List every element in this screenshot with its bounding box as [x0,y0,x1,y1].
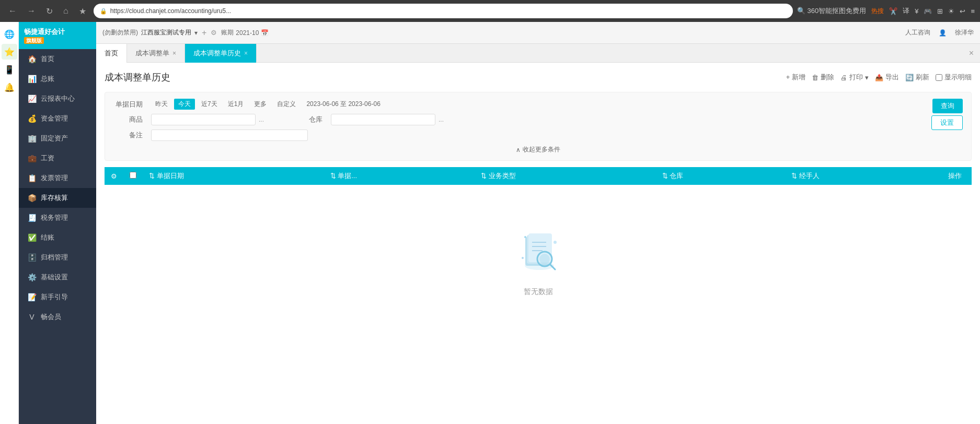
empty-state: 暂无数据 [105,185,972,338]
goods-filter-row: 商品 ... 仓库 ... [113,114,919,125]
sidebar-item-invoice[interactable]: 📋 发票管理 [19,168,96,188]
th-settings[interactable]: ⚙ [105,167,123,185]
icon-sidebar-globe[interactable]: 🌐 [2,26,17,42]
svg-point-11 [554,241,557,244]
date-option-more[interactable]: 更多 [250,99,271,110]
query-btn-group: 查询 设置 [931,99,963,130]
icon-sidebar-mobile[interactable]: 📱 [2,62,17,77]
refresh-btn[interactable]: 🔄 刷新 [905,73,929,82]
nav-back[interactable]: ← [5,4,20,18]
sidebar-item-tax[interactable]: 🧾 税务管理 [19,208,96,228]
new-btn[interactable]: + 新增 [786,73,805,82]
sidebar-item-home[interactable]: 🏠 首页 [19,49,96,69]
date-range-display: 2023-06-06 至 2023-06-06 [306,100,380,109]
nav-refresh[interactable]: ↻ [43,4,56,18]
warehouse-more[interactable]: ... [439,116,444,123]
support-link[interactable]: 人工咨询 [905,28,930,37]
sidebar-item-settlement[interactable]: ✅ 结账 [19,228,96,248]
member-icon: V [27,313,37,321]
company-selector[interactable]: (勿删勿禁用) 江西服宝测试专用 ▾ [102,28,198,37]
table-header-row: ⚙ ⇅ 单据日期 ⇅ 单据... ⇅ 业务类型 [105,167,972,185]
show-details-checkbox[interactable] [936,74,942,81]
print-dropdown-icon[interactable]: ▾ [865,74,869,81]
print-btn[interactable]: 🖨 打印 ▾ [840,73,869,82]
menu-icon: ≡ [971,7,975,15]
th-warehouse[interactable]: ⇅ 仓库 [656,167,785,185]
goods-input[interactable] [151,114,256,125]
sidebar-item-guide[interactable]: 📝 新手引导 [19,287,96,307]
sidebar-item-ledger[interactable]: 📊 总账 [19,69,96,89]
scissors-icon: ✂️ [889,7,897,15]
date-option-1month[interactable]: 近1月 [224,99,248,110]
search-tool[interactable]: 🔍 360智能抠图免费用 [797,6,866,16]
apps-icon: ⊞ [937,7,943,15]
icon-sidebar-bell[interactable]: 🔔 [2,79,17,95]
sidebar-item-salary[interactable]: 💼 工资 [19,148,96,168]
goods-more[interactable]: ... [259,116,264,123]
sidebar-item-settlement-label: 结账 [41,233,54,242]
sidebar-item-settings[interactable]: ⚙️ 基础设置 [19,267,96,287]
tab-cost-adjust-history-close[interactable]: × [244,50,248,57]
user-name[interactable]: 徐泽华 [955,28,974,37]
home-icon: 🏠 [27,55,37,63]
logo-text: 畅捷通好会计 旗舰版 [24,27,65,44]
company-prefix: (勿删勿禁用) [102,28,138,37]
sidebar-item-fixed-assets[interactable]: 🏢 固定资产 [19,128,96,148]
query-btn[interactable]: 查询 [932,99,963,113]
sidebar-item-funds-label: 资金管理 [41,114,68,123]
th-biztype[interactable]: ⇅ 业务类型 [475,167,656,185]
sidebar-item-guide-label: 新手引导 [41,292,68,302]
page-content: 成本调整单历史 + 新增 🗑 删除 🖨 打印 ▾ 📤 导出 [96,63,980,424]
filter-settings-btn[interactable]: 设置 [931,115,963,130]
sidebar-item-ledger-label: 总账 [41,74,54,84]
close-all-tabs-btn[interactable]: × [963,49,980,58]
tab-cost-adjust-history[interactable]: 成本调整单历史 × [185,44,257,63]
date-option-7days[interactable]: 近7天 [197,99,222,110]
invoice-icon: 📋 [27,174,37,182]
date-option-yesterday[interactable]: 昨天 [151,99,172,110]
funds-icon: 💰 [27,114,37,123]
th-date[interactable]: ⇅ 单据日期 [143,167,324,185]
settings-icon: ⚙️ [27,273,37,281]
svg-point-8 [539,254,550,264]
select-all-checkbox[interactable] [130,172,136,179]
empty-illustration [512,227,564,279]
date-filter-options: 昨天 今天 近7天 近1月 更多 自定义 2023-06-06 至 2023-0… [151,99,381,110]
show-details-checkbox-label[interactable]: 显示明细 [936,73,972,82]
date-filter-row: 单据日期 昨天 今天 近7天 近1月 更多 自定义 2023-06-06 至 2… [113,99,919,110]
sidebar-item-member[interactable]: V 畅会员 [19,307,96,327]
tab-cost-adjust-close[interactable]: × [172,50,176,57]
note-input[interactable] [151,129,308,141]
nav-forward[interactable]: → [24,4,39,18]
tab-home[interactable]: 首页 [96,44,127,63]
delete-icon: 🗑 [812,74,818,81]
date-option-custom[interactable]: 自定义 [273,99,300,110]
filter-area: 单据日期 昨天 今天 近7天 近1月 更多 自定义 2023-06-06 至 2… [105,92,972,161]
export-btn[interactable]: 📤 导出 [875,73,899,82]
sidebar-item-funds[interactable]: 💰 资金管理 [19,109,96,128]
add-company-btn[interactable]: + [202,28,206,38]
sidebar-item-inventory[interactable]: 📦 库存核算 [19,188,96,208]
sidebar-item-member-label: 畅会员 [41,312,61,322]
th-handler[interactable]: ⇅ 经手人 [785,167,940,185]
calendar-icon[interactable]: 📅 [261,29,269,37]
date-option-today[interactable]: 今天 [174,99,195,110]
th-number[interactable]: ⇅ 单据... [324,167,475,185]
tab-cost-adjust[interactable]: 成本调整单 × [127,44,185,63]
company-dropdown-icon[interactable]: ▾ [194,29,198,37]
th-checkbox[interactable] [123,167,143,185]
warehouse-input[interactable] [331,114,435,125]
nav-star[interactable]: ★ [76,4,89,18]
warehouse-filter-field: ... [331,114,444,125]
sidebar-item-settings-label: 基础设置 [41,273,68,282]
nav-home[interactable]: ⌂ [60,4,72,18]
settings-cog-icon[interactable]: ⚙ [211,29,217,37]
delete-btn[interactable]: 🗑 删除 [812,73,834,82]
sidebar-item-reports[interactable]: 📈 云报表中心 [19,89,96,109]
collapse-filter-btn[interactable]: ∧ 收起更多条件 [516,145,560,154]
history-icon: ↩ [960,7,965,15]
url-bar[interactable]: 🔒 https://cloud.chanjet.com/accounting/u… [94,4,793,18]
icon-sidebar-star[interactable]: ⭐ [2,44,17,60]
sidebar-item-archive[interactable]: 🗄️ 归档管理 [19,248,96,267]
browser-tools: 🔍 360智能抠图免费用 热搜 ✂️ 译 ¥ 🎮 ⊞ ☀ ↩ ≡ [797,6,975,16]
